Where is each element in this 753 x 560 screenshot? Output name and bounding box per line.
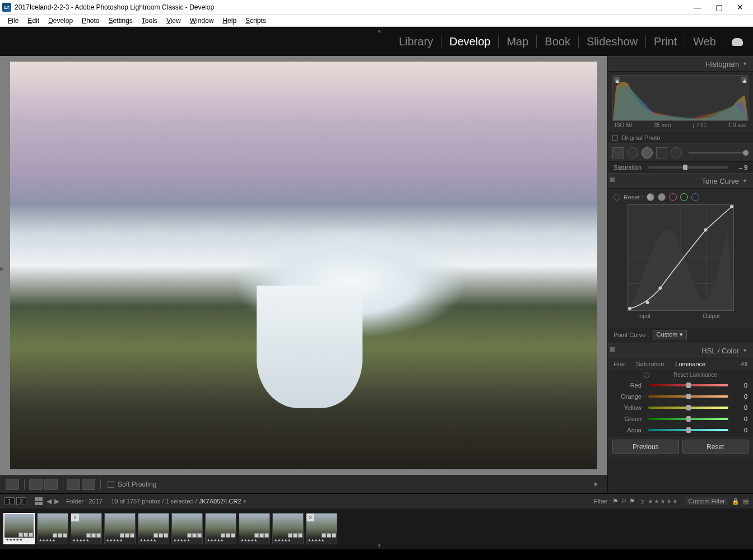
flag-picked-filter[interactable]: ⚑ xyxy=(612,497,619,505)
nav-back-button[interactable]: ◀ xyxy=(45,497,53,505)
left-panel-toggle[interactable]: ▶ xyxy=(0,265,4,272)
thumbnail[interactable]: ★★★★★ xyxy=(138,513,169,544)
soft-proofing-checkbox[interactable] xyxy=(108,481,114,488)
minimize-button[interactable]: — xyxy=(687,1,708,13)
thumbnail[interactable]: ★★★★★ xyxy=(205,513,236,544)
thumbnail[interactable]: 2★★★★★ xyxy=(71,513,102,544)
folder-name[interactable]: 2017 xyxy=(89,498,102,505)
menu-develop[interactable]: Develop xyxy=(44,16,77,26)
menu-view[interactable]: View xyxy=(162,16,185,26)
thumbnail[interactable]: 2★★★★★ xyxy=(306,513,337,544)
close-button[interactable]: ✕ xyxy=(729,1,751,13)
rating-geq-icon[interactable]: ≥ xyxy=(641,498,644,505)
histogram-header[interactable]: Histogram▼ xyxy=(608,56,753,72)
module-web[interactable]: Web xyxy=(685,35,724,48)
redeye-tool[interactable] xyxy=(642,147,653,158)
thumbnail[interactable]: ★★★★★ xyxy=(171,513,203,544)
hsl-header[interactable]: HSL / Color▼ xyxy=(608,343,753,358)
grid-view-icon[interactable] xyxy=(35,497,43,505)
curve-channel-blue[interactable] xyxy=(691,193,699,201)
hsl-green-row: Green0 xyxy=(608,413,753,424)
hsl-tab-all[interactable]: All xyxy=(735,358,753,370)
hsl-tab-luminance[interactable]: Luminance xyxy=(670,358,711,370)
compare-copy-button[interactable] xyxy=(82,479,95,490)
rating-filter[interactable]: ★★★★★ xyxy=(648,498,678,505)
panel-switch-icon[interactable] xyxy=(610,178,615,182)
flag-unflagged-filter[interactable]: ⚐ xyxy=(621,497,627,505)
filmstrip-toggle[interactable]: ▼ xyxy=(376,543,382,549)
module-print[interactable]: Print xyxy=(646,35,685,48)
custom-filter-select[interactable]: Custom Filter xyxy=(685,497,728,505)
module-develop[interactable]: Develop xyxy=(441,35,499,48)
main-window-button[interactable]: 1 xyxy=(4,497,15,505)
saturation-slider[interactable] xyxy=(648,166,728,169)
thumbnail[interactable]: ★★★★★ xyxy=(104,513,136,544)
hsl-aqua-slider[interactable] xyxy=(648,429,728,431)
hsl-tab-saturation[interactable]: Saturation xyxy=(630,358,670,370)
before-after-lr-button[interactable] xyxy=(29,479,43,490)
hsl-tab-hue[interactable]: Hue xyxy=(608,358,630,370)
flag-rejected-filter[interactable]: ⚑ xyxy=(629,497,635,505)
point-curve-select[interactable]: Custom ▾ xyxy=(653,330,687,339)
histogram[interactable]: ▲ ▲ xyxy=(612,75,749,121)
thumbnail[interactable]: ★★★★★ xyxy=(272,513,304,544)
top-panel-toggle[interactable]: ▲ xyxy=(376,27,382,34)
menu-photo[interactable]: Photo xyxy=(77,16,104,26)
image-canvas[interactable]: ▶ xyxy=(0,56,607,475)
radial-filter-tool[interactable] xyxy=(671,147,682,158)
menu-file[interactable]: File xyxy=(3,16,23,26)
curve-channel-rgb[interactable] xyxy=(647,193,654,201)
filmstrip[interactable]: ★★★★★★★★★★2★★★★★★★★★★★★★★★★★★★★★★★★★★★★★… xyxy=(0,508,753,549)
curve-channel-red[interactable] xyxy=(669,193,677,201)
menu-scripts[interactable]: Scripts xyxy=(241,16,271,26)
menu-tools[interactable]: Tools xyxy=(137,16,162,26)
shadow-clipping-icon[interactable]: ▲ xyxy=(614,77,620,82)
cloud-sync-icon[interactable] xyxy=(732,38,743,46)
maximize-button[interactable]: ▢ xyxy=(708,1,729,13)
nav-forward-button[interactable]: ▶ xyxy=(53,497,61,505)
menu-settings[interactable]: Settings xyxy=(104,16,137,26)
point-curve-row: Point Curve : Custom ▾ xyxy=(608,326,753,343)
hsl-orange-slider[interactable] xyxy=(648,395,728,398)
thumbnail[interactable]: ★★★★★ xyxy=(37,513,68,544)
panel-switch-icon[interactable] xyxy=(610,347,615,352)
mask-overlay-slider[interactable] xyxy=(689,150,749,156)
curve-channel-luminance[interactable] xyxy=(658,193,666,201)
reset-button[interactable]: Reset xyxy=(682,440,749,454)
filter-lock-icon[interactable]: 🔒 xyxy=(732,498,740,505)
filename-dropdown-icon[interactable]: ▾ xyxy=(243,498,247,505)
hsl-yellow-slider[interactable] xyxy=(648,407,728,409)
hsl-red-slider[interactable] xyxy=(648,384,728,386)
module-map[interactable]: Map xyxy=(499,35,537,48)
menu-edit[interactable]: Edit xyxy=(23,16,44,26)
targeted-adjustment-icon[interactable] xyxy=(613,194,620,200)
thumbnail[interactable]: ★★★★★ xyxy=(239,513,270,544)
module-library[interactable]: Library xyxy=(391,35,441,48)
menu-help[interactable]: Help xyxy=(218,16,241,26)
compare-swap-button[interactable] xyxy=(67,479,80,490)
current-filename[interactable]: JK7A0524.CR2 xyxy=(199,498,241,505)
histogram-shutter: 1.0 sec xyxy=(728,122,746,128)
highlight-clipping-icon[interactable]: ▲ xyxy=(741,77,747,82)
module-slideshow[interactable]: Slideshow xyxy=(579,35,646,48)
loupe-view-button[interactable] xyxy=(6,479,19,490)
second-window-button[interactable]: 2 xyxy=(16,497,26,505)
tone-curve-header[interactable]: Tone Curve▼ xyxy=(608,173,753,189)
menu-window[interactable]: Window xyxy=(185,16,219,26)
thumbnail[interactable]: ★★★★★ xyxy=(3,513,35,544)
graduated-filter-tool[interactable] xyxy=(656,147,667,158)
spot-removal-tool[interactable] xyxy=(627,147,638,158)
filter-label: Filter : xyxy=(594,498,611,505)
filmstrip-menu-icon[interactable]: ▤ xyxy=(743,498,749,505)
hsl-green-slider[interactable] xyxy=(648,418,728,420)
photo-preview[interactable] xyxy=(10,62,597,469)
curve-channel-green[interactable] xyxy=(680,193,688,201)
original-photo-toggle[interactable]: Original Photo xyxy=(608,132,753,144)
previous-button[interactable]: Previous xyxy=(612,440,679,454)
tone-curve-editor[interactable] xyxy=(628,204,734,311)
module-book[interactable]: Book xyxy=(537,35,579,48)
crop-tool[interactable] xyxy=(612,147,624,158)
toolbar-menu-button[interactable]: ▾ xyxy=(594,480,602,488)
before-after-tb-button[interactable] xyxy=(44,479,58,490)
targeted-adjustment-icon[interactable] xyxy=(644,372,649,378)
